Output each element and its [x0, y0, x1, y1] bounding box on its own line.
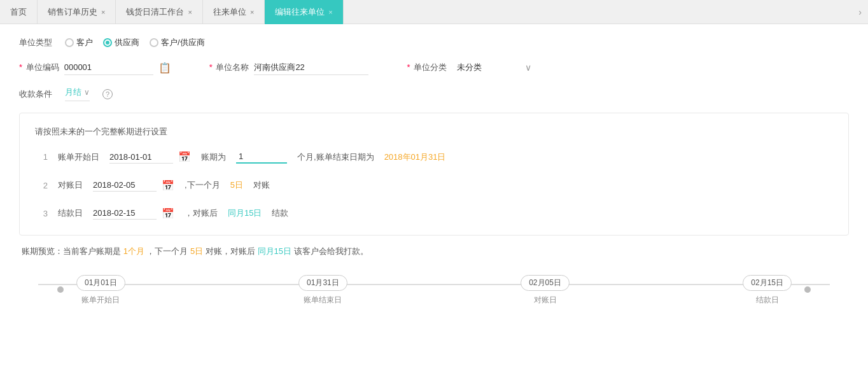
timeline-node-3: 02月05日 对账日 — [521, 276, 570, 306]
preview-section: 账期预览：当前客户账期是 1个月 ，下一个月 5日 对账，对账后 同月15日 该… — [19, 246, 849, 257]
radio-both-label: 客户/供应商 — [161, 37, 205, 48]
period-reconcile-date-input[interactable] — [93, 179, 157, 192]
timeline-node-4-label: 结款日 — [756, 295, 779, 306]
timeline-node-2-label: 账单结束日 — [304, 295, 342, 306]
code-required-star: * — [19, 62, 22, 72]
payment-value: 月结 — [65, 87, 81, 98]
unit-type-row: 单位类型 客户 供应商 客户/供应商 — [19, 37, 849, 48]
period-start-calendar-icon[interactable]: 📅 — [178, 151, 191, 163]
period-row-1-date-group: 📅 — [109, 151, 191, 164]
category-value: 未分类 — [457, 62, 482, 73]
preview-highlight1: 1个月 — [123, 246, 144, 256]
timeline-node-1-date: 01月01日 — [76, 275, 125, 291]
radio-supplier-label: 供应商 — [115, 37, 139, 48]
period-row-2-highlight: 5日 — [230, 179, 243, 191]
code-label: * 单位编码 — [19, 62, 59, 73]
period-row-2-desc-prefix: ,下一个月 — [185, 179, 220, 191]
period-unit: 个月,账单结束日期为 — [297, 151, 374, 163]
tab-sales-history-close[interactable]: × — [101, 8, 105, 16]
period-card-title: 请按照未来的一个完整帐期进行设置 — [35, 126, 833, 137]
timeline-node-4: 02月15日 结款日 — [743, 276, 792, 306]
timeline-node-3-date: 02月05日 — [521, 275, 570, 291]
unit-type-label: 单位类型 — [19, 37, 52, 48]
tab-edit-partner-label: 编辑往来单位 — [275, 6, 325, 18]
tab-home[interactable]: 首页 — [0, 0, 38, 24]
radio-both[interactable]: 客户/供应商 — [150, 37, 205, 48]
tab-partners-label: 往来单位 — [213, 6, 246, 18]
code-field-group: * 单位编码 📋 — [19, 60, 171, 75]
period-row-2: 2 对账日 📅 ,下一个月 5日 对账 — [35, 179, 833, 192]
timeline-node-1-label: 账单开始日 — [81, 295, 120, 306]
help-icon[interactable]: ? — [102, 89, 113, 99]
payment-row: 收款条件 月结 ∨ ? — [19, 87, 849, 101]
period-row-1-num: 1 — [35, 152, 48, 162]
category-dropdown-arrow[interactable]: ∨ — [525, 62, 531, 73]
radio-customer[interactable]: 客户 — [65, 37, 93, 48]
tab-home-label: 首页 — [10, 6, 27, 18]
period-months-input[interactable] — [236, 150, 287, 164]
timeline-nodes: 01月01日 账单开始日 01月31日 账单结束日 02月05日 对账日 02月… — [38, 276, 830, 306]
period-start-date-input[interactable] — [109, 151, 173, 164]
period-row-3-date-group: 📅 — [93, 207, 174, 220]
period-end-date: 2018年01月31日 — [384, 151, 446, 163]
timeline-node-2-date: 01月31日 — [298, 275, 347, 291]
tab-partners-close[interactable]: × — [250, 8, 254, 16]
radio-supplier-circle — [103, 38, 112, 47]
category-required-star: * — [407, 62, 410, 72]
payment-label: 收款条件 — [19, 88, 52, 100]
period-row-3-desc-prefix: ，对账后 — [185, 208, 218, 219]
tab-edit-partner[interactable]: 编辑往来单位 × — [265, 0, 343, 24]
tab-expand-arrow[interactable]: › — [852, 0, 868, 24]
timeline-node-2: 01月31日 账单结束日 — [298, 276, 347, 306]
main-content: 单位类型 客户 供应商 客户/供应商 * 单位编码 📋 — [0, 24, 868, 387]
period-row-3-highlight: 同月15日 — [228, 208, 262, 219]
period-row-2-num: 2 — [35, 181, 48, 190]
radio-customer-circle — [65, 38, 74, 47]
preview-prefix: 账期预览：当前客户账期是 — [22, 246, 121, 256]
timeline: 01月01日 账单开始日 01月31日 账单结束日 02月05日 对账日 02月… — [19, 270, 849, 325]
code-input[interactable] — [64, 60, 153, 75]
tab-cashflow[interactable]: 钱货日清工作台 × — [116, 0, 202, 24]
payment-select-arrow: ∨ — [84, 88, 90, 97]
period-row-3: 3 结款日 📅 ，对账后 同月15日 结款 — [35, 207, 833, 220]
payment-select[interactable]: 月结 ∨ — [65, 87, 90, 101]
radio-customer-label: 客户 — [76, 37, 93, 48]
period-row-1-label: 账单开始日 — [58, 151, 99, 163]
tab-cashflow-close[interactable]: × — [188, 8, 192, 16]
category-label: * 单位分类 — [407, 62, 447, 73]
radio-group: 客户 供应商 客户/供应商 — [65, 37, 205, 48]
preview-highlight2: 5日 — [190, 246, 203, 256]
period-row-3-desc-suffix: 结款 — [272, 208, 288, 219]
period-row-2-label: 对账日 — [58, 179, 83, 191]
period-row-3-num: 3 — [35, 209, 48, 218]
category-field-group: * 单位分类 未分类 ∨ — [407, 62, 531, 73]
tab-cashflow-label: 钱货日清工作台 — [126, 6, 184, 18]
name-input[interactable] — [254, 60, 368, 75]
period-row-3-label: 结款日 — [58, 208, 83, 219]
preview-suffix: 该客户会给我打款。 — [294, 246, 368, 256]
preview-highlight3: 同月15日 — [258, 246, 291, 256]
tab-partners[interactable]: 往来单位 × — [203, 0, 265, 24]
period-card: 请按照未来的一个完整帐期进行设置 1 账单开始日 📅 账期为 个月,账单结束日期… — [19, 113, 849, 236]
timeline-node-3-label: 对账日 — [534, 295, 557, 306]
period-payment-calendar-icon[interactable]: 📅 — [162, 208, 174, 220]
name-required-star: * — [209, 62, 213, 72]
name-field-group: * 单位名称 — [209, 60, 369, 75]
period-reconcile-calendar-icon[interactable]: 📅 — [162, 179, 174, 192]
code-calendar-icon[interactable]: 📋 — [158, 62, 171, 74]
period-payment-date-input[interactable] — [93, 207, 157, 220]
period-row-2-date-group: 📅 — [93, 179, 174, 192]
preview-middle2: 对账，对账后 — [206, 246, 255, 256]
preview-middle1: ，下一个月 — [146, 246, 188, 256]
entity-info-row: * 单位编码 📋 * 单位名称 * 单位分类 未分类 ∨ — [19, 60, 849, 75]
period-row-2-desc-suffix: 对账 — [253, 179, 270, 191]
radio-both-circle — [150, 38, 158, 47]
tab-bar: 首页 销售订单历史 × 钱货日清工作台 × 往来单位 × 编辑往来单位 × › — [0, 0, 868, 24]
name-label: * 单位名称 — [209, 62, 249, 73]
tab-edit-partner-close[interactable]: × — [328, 8, 332, 16]
radio-supplier[interactable]: 供应商 — [103, 37, 139, 48]
timeline-node-1: 01月01日 账单开始日 — [76, 276, 125, 306]
period-row-1: 1 账单开始日 📅 账期为 个月,账单结束日期为 2018年01月31日 — [35, 150, 833, 164]
tab-sales-history[interactable]: 销售订单历史 × — [38, 0, 116, 24]
tab-sales-history-label: 销售订单历史 — [48, 6, 97, 18]
